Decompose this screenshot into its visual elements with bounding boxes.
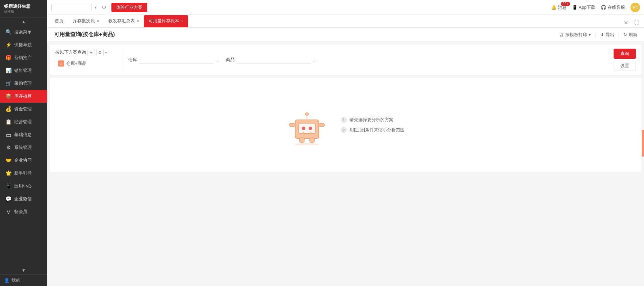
warehouse-more-btn[interactable]: ... (215, 57, 219, 62)
app-download-btn[interactable]: 📱 App下载 (572, 4, 595, 10)
print-chevron: ▾ (589, 32, 591, 37)
collapse-btn[interactable]: « (105, 50, 108, 55)
sidebar-item-wechat[interactable]: 💬企业微信 (0, 192, 47, 205)
scheme-item-label: 仓库+商品 (66, 60, 86, 67)
export-btn[interactable]: ⬇ 导出 (600, 32, 614, 38)
side-scrollbar[interactable] (642, 130, 644, 157)
sidebar-item-system[interactable]: ⚙系统管理 (0, 141, 47, 154)
sales-icon: 📊 (5, 68, 11, 74)
sidebar-item-inventory[interactable]: 📦库存核算 (0, 90, 47, 103)
goods-more-btn[interactable]: ... (313, 57, 317, 62)
tip-num-1: 1 (341, 117, 347, 123)
tabbar-actions: ✕ ⛶ (621, 18, 641, 27)
online-service-btn[interactable]: 🎧 在线客服 (601, 4, 625, 10)
gear-icon[interactable]: ⚙ (99, 3, 109, 12)
empty-tips: 1 请先选择要分析的方案 2 用[过滤]条件来缩小分析范围 (341, 117, 405, 133)
operation-icon: 📋 (5, 119, 11, 125)
main-area: ▾ ⚙ 体验行业方案 🔔 消息 99+ 📱 App下载 🎧 在线客服 Rit (47, 0, 644, 286)
filter-scheme-header: 按以下方案查询 + ⚙ « (55, 49, 123, 56)
empty-state: 1 请先选择要分析的方案 2 用[过滤]条件来缩小分析范围 (50, 78, 641, 172)
svg-point-3 (309, 127, 312, 130)
sidebar-item-label-inventory: 库存核算 (14, 93, 32, 99)
inventory-icon: 📦 (5, 93, 11, 99)
phone-icon: 📱 (572, 5, 577, 10)
sep1: | (595, 32, 596, 37)
refresh-label: 刷新 (628, 32, 637, 38)
print-btn[interactable]: 🖨 按模板打印 ▾ (560, 32, 591, 38)
scheme-item-warehouse-goods[interactable]: ⊙ 仓库+商品 (55, 59, 123, 68)
refresh-btn[interactable]: ↻ 刷新 (623, 32, 637, 38)
sidebar-item-purchase[interactable]: 🛒采购管理 (0, 77, 47, 90)
topbar-right: 🔔 消息 99+ 📱 App下载 🎧 在线客服 Rit (551, 3, 640, 12)
refresh-icon: ↻ (623, 32, 627, 37)
sidebar-item-apps[interactable]: 📱应用中心 (0, 180, 47, 192)
tab-summary-close[interactable]: × (137, 19, 139, 23)
expand-btn[interactable]: ⛶ (632, 18, 641, 27)
sidebar-item-label-collab: 企业协同 (14, 157, 32, 163)
edit-scheme-btn[interactable]: ⚙ (96, 49, 104, 56)
sidebar-item-label-sales: 销售管理 (14, 68, 32, 74)
sidebar-item-label-shortcut: 快捷导航 (14, 42, 32, 48)
empty-tip-1: 1 请先选择要分析的方案 (341, 117, 405, 123)
page-header: 可用量查询(按仓库+商品) 🖨 按模板打印 ▾ | ⬇ 导出 | ↻ 刷新 (47, 28, 644, 42)
tab-summary[interactable]: 收发存汇总表 × (104, 15, 144, 27)
tab-home-label: 首页 (55, 18, 63, 24)
empty-state-inner: 1 请先选择要分析的方案 2 用[过滤]条件来缩小分析范围 (287, 105, 405, 145)
breadcrumb-input[interactable] (51, 4, 92, 11)
sidebar-item-guide[interactable]: 🌟新手引导 (0, 167, 47, 180)
purchase-icon: 🛒 (5, 80, 11, 86)
add-scheme-btn[interactable]: + (87, 49, 95, 56)
tip-text-1: 请先选择要分析的方案 (350, 117, 393, 123)
user-icon: 👤 (4, 278, 9, 283)
sidebar-item-shortcut[interactable]: ⚡快捷导航 (0, 38, 47, 51)
sidebar-scroll-down[interactable]: ▼ (0, 266, 47, 274)
sidebar-item-label-finance: 资金管理 (14, 106, 32, 112)
close-tab-btn[interactable]: ✕ (621, 18, 630, 27)
warehouse-field: 仓库 ... (128, 56, 219, 63)
sidebar-item-member[interactable]: V畅会员 (0, 205, 47, 218)
sep2: | (618, 32, 619, 37)
logo-subtitle: 标准版 (4, 9, 43, 14)
sidebar-item-label-purchase: 采购管理 (14, 80, 32, 86)
sidebar-scroll-up[interactable]: ▲ (0, 18, 47, 26)
svg-point-5 (306, 113, 308, 115)
tab-batch-close[interactable]: × (97, 19, 99, 23)
user-profile-btn[interactable]: Rit (630, 3, 640, 12)
scheme-item-icon: ⊙ (58, 60, 64, 67)
sidebar-item-label-search: 搜索菜单 (14, 29, 32, 35)
sidebar-item-basic[interactable]: 🗃基础信息 (0, 128, 47, 141)
sidebar-item-label-system: 系统管理 (14, 145, 32, 151)
tab-home[interactable]: 首页 (50, 15, 68, 27)
message-btn[interactable]: 🔔 消息 99+ (551, 4, 567, 10)
tab-available[interactable]: 可用量库存账本 × (144, 15, 188, 27)
sidebar-item-collab[interactable]: 🤝企业协同 (0, 154, 47, 167)
setting-btn[interactable]: 设置 (614, 61, 636, 71)
sidebar-item-operation[interactable]: 📋经营管理 (0, 115, 47, 128)
tab-batch[interactable]: 库存批次账 × (68, 15, 104, 27)
sidebar-item-finance[interactable]: 💰资金管理 (0, 103, 47, 115)
print-icon: 🖨 (560, 32, 564, 37)
trial-btn[interactable]: 体验行业方案 (111, 3, 147, 12)
sidebar-item-search[interactable]: 🔍搜索菜单 (0, 26, 47, 38)
sidebar-item-marketing[interactable]: 🎁营销推广 (0, 51, 47, 64)
sidebar-logo: 畅康通好生意 标准版 (0, 0, 47, 18)
message-badge: 99+ (561, 2, 570, 6)
warehouse-input[interactable] (139, 56, 213, 63)
sidebar-item-sales[interactable]: 📊销售管理 (0, 64, 47, 77)
finance-icon: 💰 (5, 106, 11, 112)
logo-title: 畅康通好生意 (4, 3, 43, 9)
sidebar-item-label-wechat: 企业微信 (14, 196, 32, 202)
empty-icon (287, 105, 327, 145)
basic-icon: 🗃 (5, 132, 11, 138)
sidebar-bottom[interactable]: 👤 我的 (0, 274, 47, 286)
tab-available-close[interactable]: × (181, 19, 183, 23)
empty-tip-2: 2 用[过滤]条件来缩小分析范围 (341, 127, 405, 133)
filter-actions: 查询 设置 (614, 49, 636, 71)
sidebar: 畅康通好生意 标准版 ▲ 🔍搜索菜单⚡快捷导航🎁营销推广📊销售管理🛒采购管理📦库… (0, 0, 47, 286)
sidebar-nav: 🔍搜索菜单⚡快捷导航🎁营销推广📊销售管理🛒采购管理📦库存核算💰资金管理📋经营管理… (0, 26, 47, 266)
export-icon: ⬇ (600, 32, 604, 37)
svg-rect-1 (299, 123, 315, 133)
goods-input[interactable] (237, 56, 311, 63)
query-btn[interactable]: 查询 (614, 49, 636, 59)
avatar: Rit (630, 3, 640, 12)
